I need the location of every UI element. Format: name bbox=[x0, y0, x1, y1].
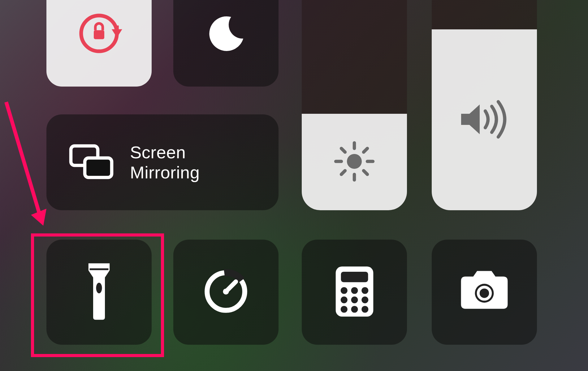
svg-rect-20 bbox=[341, 272, 368, 282]
timer-icon bbox=[201, 267, 251, 318]
svg-point-25 bbox=[351, 296, 358, 303]
svg-point-23 bbox=[361, 287, 368, 294]
screen-mirroring-label: Screen Mirroring bbox=[130, 142, 200, 182]
brightness-fill bbox=[302, 114, 407, 210]
orientation-lock-icon bbox=[73, 7, 125, 61]
svg-point-24 bbox=[340, 296, 347, 303]
camera-icon bbox=[456, 270, 512, 314]
svg-marker-1 bbox=[112, 29, 122, 37]
moon-icon bbox=[204, 12, 248, 56]
control-center: Screen Mirroring bbox=[0, 0, 588, 371]
svg-line-8 bbox=[341, 148, 345, 152]
svg-point-29 bbox=[361, 306, 368, 313]
svg-line-11 bbox=[364, 148, 367, 152]
camera-button[interactable] bbox=[432, 240, 537, 345]
sun-icon bbox=[331, 138, 378, 186]
svg-rect-2 bbox=[94, 30, 104, 39]
flashlight-button[interactable] bbox=[46, 240, 152, 345]
svg-point-27 bbox=[340, 306, 347, 313]
flashlight-icon bbox=[80, 262, 118, 322]
brightness-slider[interactable] bbox=[302, 0, 407, 210]
screen-mirroring-icon bbox=[68, 143, 115, 181]
speaker-icon bbox=[456, 96, 512, 144]
svg-rect-13 bbox=[85, 158, 112, 177]
volume-fill bbox=[432, 29, 537, 210]
svg-line-10 bbox=[341, 171, 345, 174]
svg-line-9 bbox=[364, 171, 367, 174]
svg-marker-33 bbox=[31, 209, 46, 226]
volume-slider[interactable] bbox=[432, 0, 537, 210]
svg-point-22 bbox=[351, 287, 358, 294]
timer-button[interactable] bbox=[173, 240, 279, 345]
svg-point-26 bbox=[361, 296, 368, 303]
svg-point-18 bbox=[223, 288, 229, 294]
svg-point-28 bbox=[351, 306, 358, 313]
svg-point-21 bbox=[340, 287, 347, 294]
calculator-icon bbox=[334, 265, 375, 319]
do-not-disturb-toggle[interactable] bbox=[173, 0, 279, 87]
calculator-button[interactable] bbox=[302, 240, 407, 345]
orientation-lock-toggle[interactable] bbox=[46, 0, 152, 87]
svg-point-14 bbox=[96, 283, 102, 293]
svg-line-32 bbox=[6, 102, 40, 216]
svg-point-3 bbox=[347, 154, 362, 169]
screen-mirroring-button[interactable]: Screen Mirroring bbox=[46, 114, 279, 210]
